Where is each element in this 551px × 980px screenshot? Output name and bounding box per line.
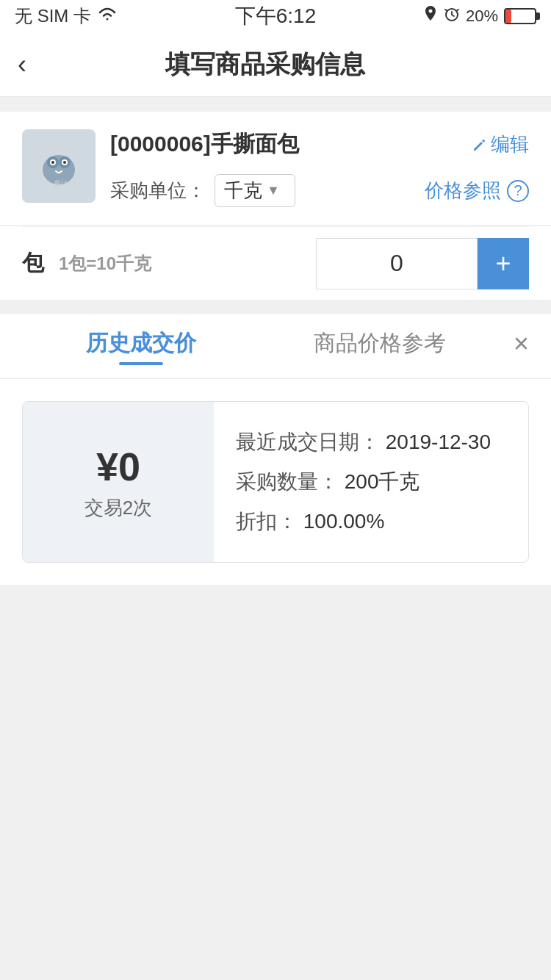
- alarm-icon: [444, 6, 460, 26]
- tabs-header: 历史成交价 商品价格参考 ×: [0, 314, 551, 379]
- nav-bar: ‹ 填写商品采购信息: [0, 32, 551, 97]
- product-info: [0000006]手撕面包 编辑 采购单位： 千克 ▼: [110, 129, 529, 207]
- unit-conversion-label: 1包=10千克: [59, 252, 151, 275]
- help-icon: ?: [507, 180, 529, 202]
- unit-select[interactable]: 千克 ▼: [215, 174, 295, 207]
- price-ref-label: 价格参照: [425, 178, 501, 203]
- plus-icon: +: [495, 248, 511, 279]
- page-title: 填写商品采购信息: [41, 48, 489, 82]
- svg-text:餐计: 餐计: [54, 179, 68, 187]
- edit-icon: [472, 137, 488, 153]
- status-time: 下午6:12: [235, 2, 317, 30]
- edit-button[interactable]: 编辑: [472, 131, 529, 157]
- status-bar: 无 SIM 卡 下午6:12 20%: [0, 0, 551, 32]
- unit-bag-label: 包: [22, 248, 44, 278]
- history-price-value: ¥0: [96, 444, 140, 489]
- history-trade-count: 交易2次: [84, 495, 152, 521]
- tabs-panel: 历史成交价 商品价格参考 × ¥0 交易2次 最近成交日期： 2019-12-3…: [0, 314, 551, 585]
- history-price-left: ¥0 交易2次: [23, 402, 214, 562]
- location-icon: [423, 6, 438, 26]
- status-left: 无 SIM 卡: [15, 4, 118, 28]
- svg-point-7: [63, 161, 66, 164]
- svg-point-6: [51, 161, 54, 164]
- history-price-card: ¥0 交易2次 最近成交日期： 2019-12-30 采购数量： 200千克 折…: [22, 401, 529, 563]
- discount-label: 折扣：: [236, 510, 298, 533]
- quantity-controls: 0 +: [316, 238, 529, 289]
- battery-percent: 20%: [466, 7, 498, 26]
- chevron-down-icon: ▼: [267, 183, 280, 198]
- battery-icon: [504, 8, 536, 24]
- tabs-close-button[interactable]: ×: [499, 328, 529, 365]
- recent-date-value: 2019-12-30: [386, 430, 491, 453]
- quantity-plus-button[interactable]: +: [478, 238, 529, 289]
- recent-date-row: 最近成交日期： 2019-12-30: [236, 428, 506, 456]
- wifi-icon: [97, 6, 118, 26]
- quantity-value: 0: [390, 250, 403, 277]
- back-button[interactable]: ‹: [18, 42, 41, 87]
- purchase-qty-value: 200千克: [345, 470, 420, 493]
- edit-label: 编辑: [491, 131, 529, 157]
- tab-content: ¥0 交易2次 最近成交日期： 2019-12-30 采购数量： 200千克 折…: [0, 379, 551, 585]
- product-thumbnail: 餐计: [22, 129, 96, 203]
- quantity-section: 包 1包=10千克 0 +: [0, 226, 551, 300]
- unit-label: 采购单位：: [110, 178, 206, 203]
- history-price-details: 最近成交日期： 2019-12-30 采购数量： 200千克 折扣： 100.0…: [214, 402, 528, 562]
- product-logo-icon: 餐计: [33, 140, 84, 192]
- quantity-unit-label: 包 1包=10千克: [22, 248, 151, 278]
- unit-value: 千克: [224, 178, 262, 203]
- discount-value: 100.00%: [303, 510, 385, 533]
- product-full-name: [0000006]手撕面包: [110, 129, 299, 159]
- price-ref-button[interactable]: 价格参照 ?: [425, 178, 529, 203]
- status-right: 20%: [423, 6, 536, 26]
- network-label: 无 SIM 卡: [15, 4, 91, 28]
- tab-history-price[interactable]: 历史成交价: [22, 328, 260, 364]
- bottom-area: [0, 585, 551, 879]
- tab-history-label: 历史成交价: [86, 331, 196, 355]
- quantity-input[interactable]: 0: [316, 238, 478, 289]
- tab-product-label: 商品价格参考: [314, 331, 446, 355]
- tab-product-price-ref[interactable]: 商品价格参考: [260, 328, 498, 364]
- discount-row: 折扣： 100.00%: [236, 508, 506, 536]
- recent-date-label: 最近成交日期：: [236, 430, 380, 453]
- purchase-qty-row: 采购数量： 200千克: [236, 468, 506, 496]
- purchase-qty-label: 采购数量：: [236, 470, 339, 493]
- product-card: 餐计 [0000006]手撕面包 编辑 采购单位： 千克: [0, 112, 551, 225]
